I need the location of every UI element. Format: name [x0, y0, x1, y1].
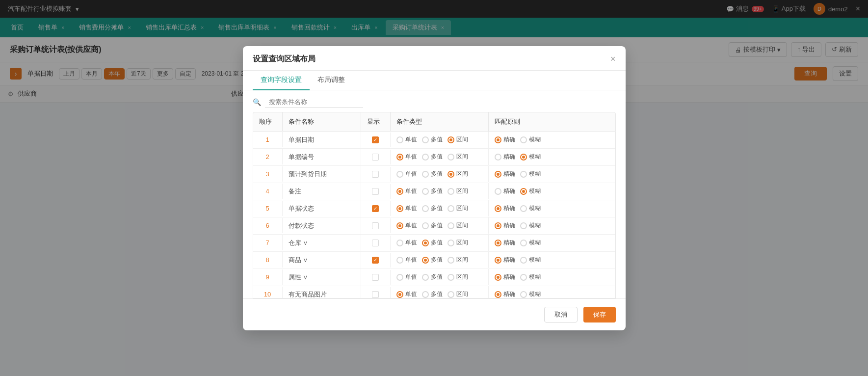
modal-close-button[interactable]: ×: [610, 54, 616, 63]
modal-header: 设置查询区域布局 ×: [243, 46, 626, 71]
modal-title: 设置查询区域布局: [253, 54, 316, 64]
modal-tabs: 查询字段设置 布局调整: [243, 71, 626, 90]
modal-search-icon: 🔍: [253, 98, 261, 103]
modal-search-input[interactable]: [265, 96, 363, 103]
modal-overlay: 设置查询区域布局 × 查询字段设置 布局调整 🔍 顺序 条件名称 显示 条件类型: [0, 0, 868, 103]
modal-tab-layout-label: 布局调整: [317, 76, 345, 83]
modal-search-area: 🔍: [243, 90, 626, 103]
modal-tab-query-fields-label: 查询字段设置: [261, 76, 302, 83]
modal-tab-layout[interactable]: 布局调整: [310, 71, 353, 90]
modal-tab-query-fields[interactable]: 查询字段设置: [253, 71, 310, 90]
settings-modal: 设置查询区域布局 × 查询字段设置 布局调整 🔍 顺序 条件名称 显示 条件类型: [243, 46, 626, 103]
